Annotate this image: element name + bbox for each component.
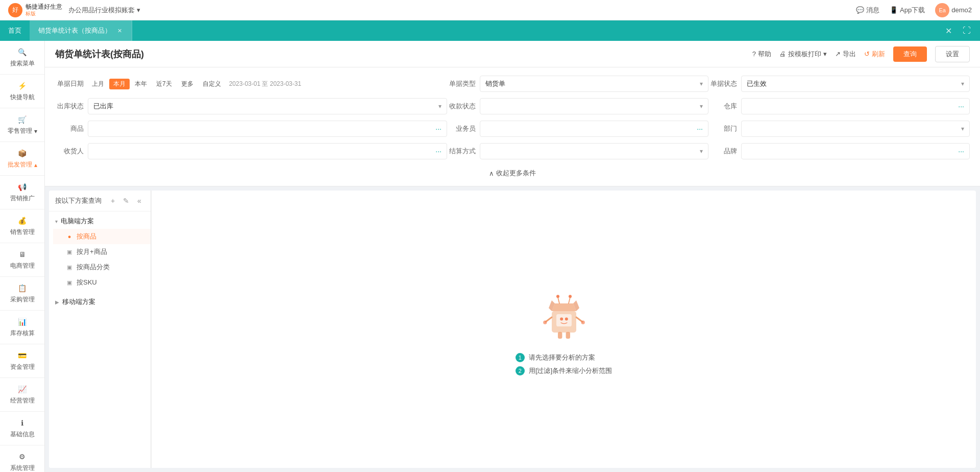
date-tab-last-month[interactable]: 上月 [88, 79, 108, 89]
content-area: 销货单统计表(按商品) ? 帮助 🖨 按模板打印 ▾ ↗ 导出 ↺ 刷新 [45, 41, 980, 472]
industry-select[interactable]: 办公用品行业模拟账套 ▾ [68, 6, 140, 15]
hint-num-1: 1 [516, 353, 525, 362]
empty-state: 1 请先选择要分析的方案 2 用[过滤]条件来缩小分析范围 [152, 191, 976, 468]
logo-text: 畅捷通好生意 标版 [26, 3, 62, 16]
refresh-btn[interactable]: ↺ 刷新 [864, 50, 885, 59]
tab-close-icon[interactable]: ✕ [115, 27, 124, 35]
scheme-group-mobile-title[interactable]: ▶ 移动端方案 [49, 294, 151, 310]
query-button[interactable]: 查询 [893, 46, 927, 62]
pay-method-select[interactable]: ▾ [480, 143, 708, 159]
svg-line-11 [546, 317, 552, 322]
ecom-icon: 🖥 [17, 249, 28, 259]
sidebar-item-retail[interactable]: 🛒 零售管理 ▾ [0, 108, 44, 142]
warehouse-label: 仓库 [708, 102, 737, 111]
settings-button[interactable]: 设置 [935, 46, 970, 62]
date-picker-row: 上月 本月 本年 近7天 更多 自定义 2023-03-01 至 2023-03… [88, 79, 447, 89]
inner-panel: 按以下方案查询 + ✎ « ▾ 电脑端方案 [49, 191, 976, 468]
receiver-ellipsis[interactable]: ··· [435, 147, 442, 155]
sidebar-item-system[interactable]: ⚙ 系统管理 [0, 445, 44, 472]
svg-line-7 [558, 297, 559, 303]
sales-icon: 💰 [17, 216, 28, 226]
tab-stats[interactable]: 销货单统计表（按商品） ✕ [30, 20, 132, 41]
scheme-group-mobile: ▶ 移动端方案 [49, 292, 151, 312]
sidebar-item-search[interactable]: 🔍 搜索菜单 [0, 41, 44, 75]
filter-collect-status: 收款状态 ▾ [447, 98, 708, 114]
help-btn[interactable]: ? 帮助 [752, 50, 771, 59]
date-tab-more[interactable]: 更多 [177, 79, 198, 89]
out-status-select[interactable]: 已出库 ▾ [88, 98, 447, 114]
app-download-btn[interactable]: 📱 App下载 [890, 6, 925, 15]
sidebar-item-inventory[interactable]: 📊 库存核算 [0, 311, 44, 344]
chevron-down-icon: ▾ [137, 6, 140, 14]
sidebar-item-finance[interactable]: 💳 资金管理 [0, 344, 44, 378]
brand-ellipsis[interactable]: ··· [958, 147, 964, 155]
receiver-select[interactable]: ··· [88, 143, 447, 159]
top-bar-left: 好 畅捷通好生意 标版 办公用品行业模拟账套 ▾ [8, 3, 140, 17]
by-sku-icon: ▣ [65, 278, 74, 287]
filter-salesperson: 业务员 ··· [447, 121, 708, 137]
scheme-item-by-sku[interactable]: ▣ 按SKU [53, 275, 151, 290]
mobile-group-arrow-icon: ▶ [55, 299, 59, 305]
operation-icon: 📈 [17, 384, 28, 394]
salesperson-select[interactable]: ··· [480, 121, 708, 137]
scheme-collapse-btn[interactable]: « [134, 196, 144, 206]
tab-close-window-btn[interactable]: ✕ [941, 23, 955, 38]
date-tab-7days[interactable]: 近7天 [152, 79, 176, 89]
print-icon: 🖨 [779, 50, 786, 58]
goods-ellipsis[interactable]: ··· [435, 125, 442, 133]
date-tab-custom[interactable]: 自定义 [199, 79, 225, 89]
svg-rect-4 [556, 314, 572, 326]
wholesale-arrow-icon: ▴ [34, 161, 37, 169]
svg-marker-1 [552, 303, 576, 311]
user-info[interactable]: Ea demo2 [935, 3, 972, 17]
logo-icon: 好 [8, 3, 22, 17]
tab-home[interactable]: 首页 [0, 20, 30, 41]
date-tab-this-month[interactable]: 本月 [109, 79, 130, 89]
wholesale-icon: 📦 [17, 148, 28, 158]
tab-bar-right: ✕ ⛶ [941, 23, 980, 38]
sidebar-item-wholesale[interactable]: 📦 批发管理 ▴ [0, 142, 44, 176]
scheme-add-btn[interactable]: + [108, 196, 118, 206]
message-btn[interactable]: 💬 消息 [856, 6, 879, 15]
warehouse-select[interactable]: ··· [741, 98, 970, 114]
out-status-label: 出库状态 [55, 102, 84, 111]
order-status-select[interactable]: 已生效 ▾ [741, 76, 970, 92]
goods-select[interactable]: ··· [88, 121, 447, 137]
basic-icon: ℹ [17, 418, 28, 428]
filter-brand: 品牌 ··· [708, 143, 970, 159]
warehouse-ellipsis[interactable]: ··· [958, 102, 964, 110]
order-type-select[interactable]: 销货单 ▾ [480, 76, 708, 92]
sidebar-item-purchase[interactable]: 📋 采购管理 [0, 277, 44, 311]
svg-point-12 [543, 320, 547, 324]
sidebar-item-ecom[interactable]: 🖥 电商管理 [0, 243, 44, 277]
svg-point-8 [556, 295, 559, 298]
sidebar-item-sales[interactable]: 💰 销售管理 [0, 209, 44, 243]
tab-bar: 首页 销货单统计表（按商品） ✕ ✕ ⛶ [0, 20, 980, 41]
sidebar-item-marketing[interactable]: 📢 营销推广 [0, 176, 44, 209]
scheme-item-by-month-goods[interactable]: ▣ 按月+商品 [53, 244, 151, 259]
data-area: 1 请先选择要分析的方案 2 用[过滤]条件来缩小分析范围 [152, 191, 976, 468]
sidebar-item-operation[interactable]: 📈 经营管理 [0, 378, 44, 412]
print-btn[interactable]: 🖨 按模板打印 ▾ [779, 50, 827, 59]
salesperson-ellipsis[interactable]: ··· [697, 125, 703, 133]
collapse-btn[interactable]: ∧ 收起更多条件 [489, 169, 536, 178]
tab-maximize-btn[interactable]: ⛶ [960, 23, 974, 38]
sidebar-item-basic[interactable]: ℹ 基础信息 [0, 412, 44, 445]
brand-select[interactable]: ··· [741, 143, 970, 159]
scheme-actions: + ✎ « [108, 196, 144, 206]
scheme-group-pc-title[interactable]: ▾ 电脑端方案 [49, 214, 151, 229]
dept-select[interactable]: ▾ [741, 121, 970, 137]
date-tab-this-year[interactable]: 本年 [131, 79, 151, 89]
salesperson-label: 业务员 [447, 124, 476, 133]
hint-num-2: 2 [516, 366, 525, 375]
scheme-item-by-goods[interactable]: ● 按商品 [53, 229, 151, 244]
order-status-label: 单据状态 [708, 79, 737, 88]
collect-status-select[interactable]: ▾ [480, 98, 708, 114]
page-actions: ? 帮助 🖨 按模板打印 ▾ ↗ 导出 ↺ 刷新 查询 设置 [752, 46, 970, 62]
scheme-edit-btn[interactable]: ✎ [121, 196, 131, 206]
export-btn[interactable]: ↗ 导出 [835, 50, 856, 59]
scheme-item-by-goods-category[interactable]: ▣ 按商品分类 [53, 259, 151, 275]
sidebar-item-quick[interactable]: ⚡ 快捷导航 [0, 75, 44, 108]
collect-status-chevron-icon: ▾ [700, 103, 703, 110]
by-goods-category-icon: ▣ [65, 263, 74, 271]
